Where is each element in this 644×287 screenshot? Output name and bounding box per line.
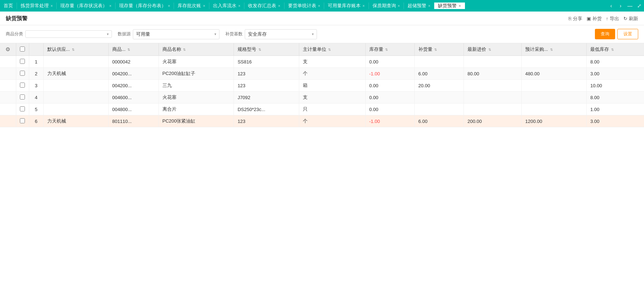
tab-overstock-warning[interactable]: 超储预警× xyxy=(404,3,434,9)
tab-close-inventory-dist[interactable]: × xyxy=(168,4,170,8)
tab-batch-account[interactable]: 库存批次账× xyxy=(174,3,209,9)
tab-close-inventory-status[interactable]: × xyxy=(109,4,111,8)
row-unit-1: 个 xyxy=(299,68,365,80)
tab-demand-stat[interactable]: 要货单统计表× xyxy=(284,3,324,9)
col-number xyxy=(29,43,43,56)
tab-scroll-right[interactable]: › xyxy=(616,0,625,12)
col-spec-model-sort-icon[interactable]: ⇅ xyxy=(258,48,261,52)
col-default-supplier: 默认供应... ⇅ xyxy=(43,43,108,56)
tab-inventory-dist[interactable]: 现存量（库存分布表）× xyxy=(116,3,174,9)
col-stock-qty-sort-icon[interactable]: ⇅ xyxy=(385,48,388,52)
row-check-4[interactable] xyxy=(16,103,29,115)
col-min-stock: 最低库存 ⇅ xyxy=(587,43,644,56)
datasource-chevron-icon: ▾ xyxy=(214,32,216,36)
tab-scroll-left[interactable]: ‹ xyxy=(606,0,616,12)
row-checkbox-0[interactable] xyxy=(20,59,25,64)
tab-close-shortage-warning[interactable]: × xyxy=(458,4,461,8)
row-product-code-0: 0000042 xyxy=(108,56,158,68)
col-default-supplier-sort-icon[interactable]: ⇅ xyxy=(72,48,75,52)
refresh-icon: ↻ xyxy=(623,16,627,21)
tab-maximize[interactable]: ⤢ xyxy=(635,0,644,12)
row-gear-3 xyxy=(0,92,16,103)
tab-exception[interactable]: 拣货异常处理× xyxy=(17,3,57,9)
replenish-button[interactable]: ▣ 补货 xyxy=(587,16,602,22)
row-spec-5: 123 xyxy=(234,115,299,127)
col-spec-model: 规格型号 ⇅ xyxy=(234,43,299,56)
row-check-2[interactable] xyxy=(16,80,29,92)
tab-close-receipt-summary[interactable]: × xyxy=(278,4,280,8)
row-min-stock-5: 3.00 xyxy=(587,115,644,127)
replenish-base-filter-group: 补货基数 安全库存 ▾ xyxy=(225,29,317,39)
table-gear-icon[interactable]: ⚙ xyxy=(5,46,10,52)
row-checkbox-4[interactable] xyxy=(20,106,25,111)
replenish-base-chevron-icon: ▾ xyxy=(312,32,314,36)
row-unit-2: 箱 xyxy=(299,80,365,92)
replenish-icon: ▣ xyxy=(587,16,591,21)
col-check xyxy=(16,43,29,56)
tab-minimize[interactable]: — xyxy=(625,0,635,12)
query-button[interactable]: 查询 xyxy=(595,29,615,39)
tab-close-expiry-query[interactable]: × xyxy=(398,4,400,8)
row-check-5[interactable] xyxy=(16,115,29,127)
datasource-select-value: 可用量 xyxy=(136,31,150,37)
col-estimated-purchase-sort-icon[interactable]: ⇅ xyxy=(550,48,553,52)
tab-label-home: 首页 xyxy=(4,3,13,9)
category-select[interactable]: ▾ xyxy=(25,30,112,38)
tab-shortage-warning[interactable]: 缺货预警× xyxy=(434,3,465,9)
row-replenish-qty-3 xyxy=(414,92,464,103)
tab-close-exception[interactable]: × xyxy=(51,4,53,8)
tab-label-available-ledger: 可用量库存账本 xyxy=(328,3,361,9)
row-supplier-1: 力天机械 xyxy=(43,68,108,80)
col-product-code-sort-icon[interactable]: ⇅ xyxy=(127,48,130,52)
row-min-stock-0: 8.00 xyxy=(587,56,644,68)
datasource-select[interactable]: 可用量 ▾ xyxy=(133,29,219,39)
table-row: 6 力天机械 801110... PC200张紧油缸 123 个 -1.00 6… xyxy=(0,115,644,127)
settings-button[interactable]: 设置 xyxy=(617,29,638,39)
row-stock-qty-2: 0.00 xyxy=(365,80,414,92)
row-estimated-purchase-3 xyxy=(522,92,587,103)
select-all-checkbox[interactable] xyxy=(20,47,25,52)
row-estimated-purchase-5: 1200.00 xyxy=(522,115,587,127)
tab-close-available-ledger[interactable]: × xyxy=(362,4,365,8)
tab-close-demand-stat[interactable]: × xyxy=(318,4,320,8)
col-replenish-qty-sort-icon[interactable]: ⇅ xyxy=(434,48,437,52)
row-check-1[interactable] xyxy=(16,68,29,80)
tab-expiry-query[interactable]: 保质期查询× xyxy=(369,3,404,9)
row-min-stock-2: 10.00 xyxy=(587,80,644,92)
share-button[interactable]: ⎘ 分享 xyxy=(569,16,582,22)
tab-close-inout-flow[interactable]: × xyxy=(238,4,240,8)
row-product-code-3: 004600... xyxy=(108,92,158,103)
row-checkbox-1[interactable] xyxy=(20,71,25,76)
tab-receipt-summary[interactable]: 收发存汇总表× xyxy=(244,3,284,9)
col-latest-price-sort-icon[interactable]: ⇅ xyxy=(488,48,491,52)
row-checkbox-5[interactable] xyxy=(20,118,25,123)
col-product-name-sort-icon[interactable]: ⇅ xyxy=(183,48,186,52)
main-content: 缺货预警 ⎘ 分享 ▣ 补货 ↑ 导出 ↻ 刷新 商品分类 xyxy=(0,12,644,287)
export-button[interactable]: ↑ 导出 xyxy=(606,16,619,22)
category-chevron-icon: ▾ xyxy=(107,32,109,36)
tab-close-batch-account[interactable]: × xyxy=(203,4,205,8)
row-unit-3: 支 xyxy=(299,92,365,103)
row-supplier-0 xyxy=(43,56,108,68)
row-checkbox-3[interactable] xyxy=(20,94,25,100)
tab-available-ledger[interactable]: 可用量库存账本× xyxy=(324,3,369,9)
filter-buttons: 查询 设置 xyxy=(595,29,638,39)
col-unit-sort-icon[interactable]: ⇅ xyxy=(328,48,331,52)
row-number-4: 5 xyxy=(29,103,43,115)
col-product-code: 商品... ⇅ xyxy=(108,43,158,56)
row-supplier-4 xyxy=(43,103,108,115)
col-stock-qty: 库存量 ⇅ xyxy=(365,43,414,56)
tab-close-overstock-warning[interactable]: × xyxy=(428,4,430,8)
row-stock-qty-1: -1.00 xyxy=(365,68,414,80)
refresh-button[interactable]: ↻ 刷新 xyxy=(623,16,638,22)
row-check-3[interactable] xyxy=(16,92,29,103)
col-min-stock-sort-icon[interactable]: ⇅ xyxy=(611,48,614,52)
tab-inout-flow[interactable]: 出入库流水× xyxy=(209,3,244,9)
row-supplier-5: 力天机械 xyxy=(43,115,108,127)
tab-home[interactable]: 首页 xyxy=(0,3,17,9)
replenish-base-select[interactable]: 安全库存 ▾ xyxy=(245,29,317,39)
row-checkbox-2[interactable] xyxy=(20,83,25,88)
tab-inventory-status[interactable]: 现存量（库存状况表）× xyxy=(57,3,115,9)
col-latest-price: 最新进价 ⇅ xyxy=(464,43,521,56)
row-check-0[interactable] xyxy=(16,56,29,68)
